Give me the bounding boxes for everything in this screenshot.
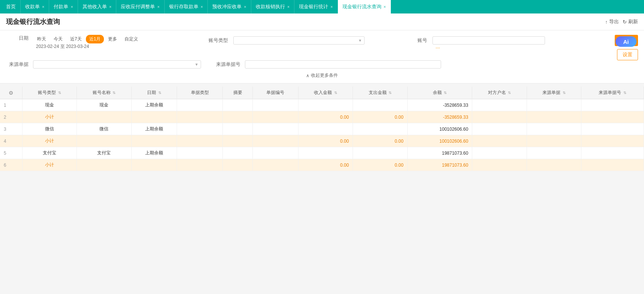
col-expense[interactable]: 支出金额 ⇅: [353, 87, 407, 99]
date-label: 日期: [6, 35, 29, 42]
settings-button[interactable]: 设置: [617, 49, 638, 60]
source-doc-no-label: 来源单据号: [216, 61, 240, 68]
sort-icon-expense: ⇅: [389, 91, 392, 95]
nav-receipt[interactable]: 收款单 ×: [21, 0, 49, 13]
nav-verify[interactable]: 收款核销执行 ×: [251, 0, 294, 13]
close-payment-icon[interactable]: ×: [71, 4, 73, 9]
sort-icon-account-name: ⇅: [113, 91, 116, 95]
page-header: 现金银行流水查询 ↑ 导出 ↻ 刷新: [0, 13, 644, 30]
account-label: 账号: [405, 37, 427, 44]
col-doc-type: 单据类型: [177, 87, 223, 99]
collapse-bar[interactable]: ∧ 收起更多条件: [6, 71, 638, 82]
table-body: 1现金现金上期余额-3528659.332小计0.000.00-3528659.…: [0, 99, 644, 171]
col-balance[interactable]: 余额 ⇅: [407, 87, 472, 99]
refresh-button[interactable]: ↻ 刷新: [623, 18, 638, 25]
date-range-display: 2023-02-24 至 2023-03-24: [36, 43, 141, 50]
col-source-doc-no[interactable]: 来源单据号 ⇅: [581, 87, 644, 99]
close-adjust-icon[interactable]: ×: [157, 4, 159, 9]
refresh-icon: ↻: [623, 19, 627, 25]
filter-row-1: 日期 昨天 今天 近7天 近1月 更多 自定义 2023-02-24 至 202…: [6, 35, 638, 60]
filter-row-2: 来源单据 ▾ 来源单据号: [6, 60, 638, 69]
date-today[interactable]: 今天: [50, 35, 66, 43]
top-navigation: 首页 收款单 × 付款单 × 其他收入单 × 应收应付调整单 × 银行存取款单 …: [0, 0, 644, 13]
chevron-up-icon: ∧: [306, 73, 309, 78]
nav-home[interactable]: 首页: [2, 0, 21, 13]
col-source-doc[interactable]: 来源单据 ⇅: [527, 87, 581, 99]
sort-icon-balance: ⇅: [444, 91, 447, 95]
header-actions: ↑ 导出 ↻ 刷新: [605, 18, 638, 25]
export-icon: ↑: [605, 19, 608, 25]
table-row: 1现金现金上期余额-3528659.33: [0, 99, 644, 111]
col-income[interactable]: 收入金额 ⇅: [298, 87, 353, 99]
date-1month[interactable]: 近1月: [86, 35, 104, 43]
collapse-label: 收起更多条件: [311, 72, 338, 79]
source-doc-select[interactable]: ▾: [33, 60, 201, 69]
table-header: ⚙ 账号类型 ⇅ 账号名称 ⇅ 日期 ⇅ 单据类型 摘要 单据编号 收入金额 ⇅…: [0, 87, 644, 99]
ai-badge[interactable]: Ai: [615, 36, 636, 47]
page-title: 现金银行流水查询: [6, 17, 60, 26]
nav-adjust[interactable]: 应收应付调整单 ×: [116, 0, 164, 13]
table-row: 6小计0.000.0019871073.60: [0, 159, 644, 171]
gear-icon[interactable]: ⚙: [9, 90, 14, 96]
account-more-icon[interactable]: ···: [435, 45, 440, 51]
date-more[interactable]: 更多: [105, 35, 120, 43]
col-doc-no: 单据编号: [252, 87, 298, 99]
date-options-row: 昨天 今天 近7天 近1月 更多 自定义: [34, 35, 141, 43]
close-bank-icon[interactable]: ×: [201, 4, 203, 9]
col-account-type[interactable]: 账号类型 ⇅: [22, 87, 77, 99]
table-row: 5支付宝支付宝上期余额19871073.60: [0, 147, 644, 159]
close-verify-icon[interactable]: ×: [287, 4, 290, 9]
account-type-label: 账号类型: [206, 37, 228, 44]
close-prepay-icon[interactable]: ×: [244, 4, 246, 9]
table-row: 2小计0.000.00-3528659.33: [0, 111, 644, 123]
sort-icon-counterparty: ⇅: [508, 91, 511, 95]
col-counterparty[interactable]: 对方户名 ⇅: [472, 87, 527, 99]
date-yesterday[interactable]: 昨天: [34, 35, 50, 43]
col-summary: 摘要: [223, 87, 252, 99]
nav-payment[interactable]: 付款单 ×: [49, 0, 78, 13]
nav-flow[interactable]: 现金银行流水查询 ×: [338, 0, 391, 13]
date-7days[interactable]: 近7天: [67, 35, 85, 43]
table-row: 3微信微信上期余额100102606.60: [0, 123, 644, 135]
filter-left-col: 日期 昨天 今天 近7天 近1月 更多 自定义 2023-02-24 至 202…: [6, 35, 206, 53]
sort-icon-income: ⇅: [334, 91, 337, 95]
col-date[interactable]: 日期 ⇅: [131, 87, 177, 99]
source-doc-no-input[interactable]: [245, 60, 441, 69]
filter-area: 日期 昨天 今天 近7天 近1月 更多 自定义 2023-02-24 至 202…: [0, 30, 644, 84]
col-gear[interactable]: ⚙: [0, 87, 22, 99]
date-custom[interactable]: 自定义: [121, 35, 141, 43]
close-stats-icon[interactable]: ×: [330, 4, 333, 9]
sort-icon-date: ⇅: [158, 91, 161, 95]
account-type-select[interactable]: ▾: [233, 36, 365, 45]
chevron-down-icon: ▾: [359, 38, 361, 43]
sort-icon-source-doc: ⇅: [563, 91, 566, 95]
close-other-income-icon[interactable]: ×: [109, 4, 111, 9]
sort-icon-account-type: ⇅: [58, 91, 61, 95]
export-button[interactable]: ↑ 导出: [605, 18, 619, 25]
source-doc-label: 来源单据: [6, 61, 29, 68]
sort-icon-source-doc-no: ⇅: [623, 91, 626, 95]
nav-bank[interactable]: 银行存取款单 ×: [165, 0, 208, 13]
close-receipt-icon[interactable]: ×: [42, 4, 44, 9]
col-account-name[interactable]: 账号名称 ⇅: [77, 87, 131, 99]
nav-other-income[interactable]: 其他收入单 ×: [78, 0, 116, 13]
table-row: 4小计0.000.00100102606.60: [0, 135, 644, 147]
close-flow-icon[interactable]: ×: [384, 4, 386, 9]
table-container: ⚙ 账号类型 ⇅ 账号名称 ⇅ 日期 ⇅ 单据类型 摘要 单据编号 收入金额 ⇅…: [0, 87, 644, 171]
chevron-down-icon-2: ▾: [195, 62, 198, 67]
nav-prepay[interactable]: 预收冲应收单 ×: [208, 0, 251, 13]
flow-table: ⚙ 账号类型 ⇅ 账号名称 ⇅ 日期 ⇅ 单据类型 摘要 单据编号 收入金额 ⇅…: [0, 87, 644, 171]
account-input[interactable]: [432, 36, 545, 45]
nav-stats[interactable]: 现金银行统计 ×: [294, 0, 338, 13]
